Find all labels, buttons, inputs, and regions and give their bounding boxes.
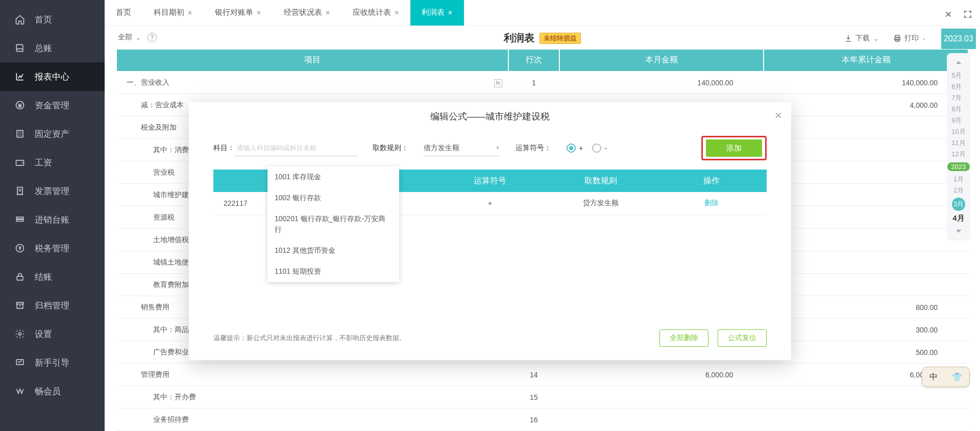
subject-label: 科目： [213, 143, 235, 153]
suggest-option[interactable]: 1101 短期投资 [267, 261, 399, 282]
ime-bar[interactable]: 中 👕 [922, 367, 970, 387]
entry-op: + [435, 192, 546, 214]
radio-on-icon [567, 143, 576, 153]
radio-off-icon [592, 143, 601, 153]
ime-skin-icon: 👕 [952, 372, 962, 382]
add-highlight: 添加 [701, 136, 767, 160]
op-plus-label: + [579, 144, 583, 152]
suggest-option[interactable]: 1002 银行存款 [267, 187, 399, 208]
suggest-option[interactable]: 100201 银行存款_银行存款-万安商行 [267, 208, 399, 240]
op-plus-radio[interactable]: + [567, 143, 583, 153]
entry-delete[interactable]: 删除 [656, 192, 767, 214]
modal-overlay: 编辑公式——城市维护建设税 × 科目： 1001 库存现金1002 银行存款10… [0, 0, 980, 431]
mcol-op: 运算符号 [435, 170, 546, 192]
modal-footer: 温馨提示：新公式只对未出报表进行计算，不影响历史报表数据。 全部删除 公式复位 [189, 317, 791, 360]
modal-close-icon[interactable]: × [775, 109, 782, 122]
op-minus-radio[interactable]: - [592, 143, 607, 153]
modal-header: 编辑公式——城市维护建设税 × [189, 102, 791, 131]
delete-all-button[interactable]: 全部删除 [659, 329, 708, 347]
suggest-option[interactable]: 1001 库存现金 [267, 166, 399, 187]
mcol-action: 操作 [656, 170, 767, 192]
add-button[interactable]: 添加 [706, 139, 762, 157]
suggest-option[interactable]: 1012 其他货币资金 [267, 240, 399, 261]
modal-tip: 温馨提示：新公式只对未出报表进行计算，不影响历史报表数据。 [213, 333, 406, 343]
reset-button[interactable]: 公式复位 [718, 329, 767, 347]
operator-label: 运算符号： [516, 143, 551, 153]
subject-input[interactable] [235, 140, 357, 156]
mcol-rule: 取数规则 [545, 170, 656, 192]
modal-title: 编辑公式——城市维护建设税 [430, 110, 550, 123]
entry-rule: 贷方发生额 [545, 192, 656, 214]
formula-form-row: 科目： 1001 库存现金1002 银行存款100201 银行存款_银行存款-万… [189, 131, 791, 170]
formula-modal: 编辑公式——城市维护建设税 × 科目： 1001 库存现金1002 银行存款10… [189, 102, 791, 360]
triangle-down-icon: ▼ [495, 145, 500, 151]
rule-value: 借方发生额 [424, 143, 459, 153]
op-minus-label: - [604, 144, 607, 152]
ime-mode: 中 [929, 372, 938, 382]
rule-select[interactable]: 借方发生额 ▼ [424, 140, 500, 156]
rule-label: 取数规则： [373, 143, 408, 153]
subject-suggest-list: 1001 库存现金1002 银行存款100201 银行存款_银行存款-万安商行1… [267, 166, 399, 282]
